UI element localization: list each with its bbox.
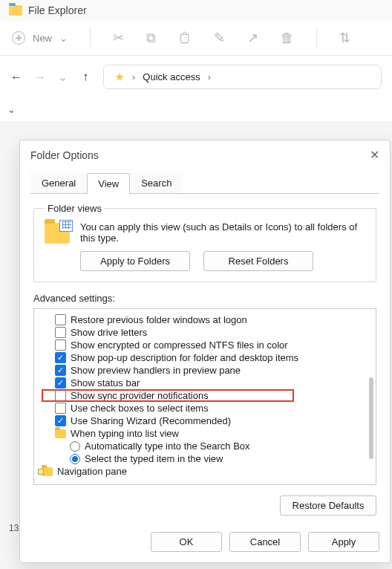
breadcrumb[interactable]: ★ › Quick access › — [103, 65, 382, 89]
setting-show-preview-handlers[interactable]: Show preview handlers in preview pane — [42, 364, 368, 377]
plus-icon — [12, 31, 25, 45]
breadcrumb-location: Quick access — [143, 71, 200, 82]
separator — [90, 28, 91, 48]
copy-icon[interactable]: ⧉ — [146, 30, 156, 46]
explorer-navbar: ← → ⌄ → ★ › Quick access › — [0, 56, 392, 98]
forward-icon[interactable]: → — [34, 71, 46, 84]
dialog-titlebar: Folder Options ✕ — [20, 140, 390, 165]
setting-typing-auto-search[interactable]: Automatically type into the Search Box — [42, 440, 368, 452]
cut-icon[interactable]: ✂ — [113, 30, 124, 46]
folder-views-icon — [45, 223, 70, 244]
setting-label: Navigation pane — [57, 466, 127, 477]
checkbox-icon[interactable] — [55, 314, 66, 325]
delete-icon[interactable]: 🗑︎ — [281, 30, 294, 46]
cancel-button[interactable]: Cancel — [229, 532, 301, 552]
folder-icon — [9, 5, 22, 16]
setting-group-typing[interactable]: When typing into list view — [42, 427, 368, 440]
folder-views-description: You can apply this view (such as Details… — [80, 221, 365, 244]
radio-icon[interactable] — [70, 441, 80, 452]
sort-icon[interactable]: ⇅ — [339, 30, 350, 46]
radio-icon[interactable] — [70, 454, 80, 464]
apply-to-folders-button[interactable]: Apply to Folders — [80, 251, 190, 271]
setting-restore-previous[interactable]: Restore previous folder windows at logon — [42, 313, 368, 326]
dialog-title: Folder Options — [30, 149, 99, 161]
setting-label: Select the typed item in the view — [85, 453, 223, 464]
explorer-subbar: ⌄ — [0, 98, 392, 121]
new-button[interactable]: New ⌄ — [12, 31, 68, 45]
setting-label: Restore previous folder windows at logon — [71, 314, 247, 325]
tab-search[interactable]: Search — [130, 172, 183, 193]
setting-label: Use Sharing Wizard (Recommended) — [71, 415, 231, 426]
setting-label: Show drive letters — [71, 327, 147, 338]
setting-show-status-bar[interactable]: Show status bar — [42, 377, 368, 389]
checkbox-icon[interactable] — [55, 415, 66, 426]
scrollbar[interactable] — [369, 377, 373, 459]
checkbox-icon[interactable] — [55, 339, 66, 351]
checkbox-icon[interactable] — [55, 352, 66, 363]
share-icon[interactable]: ↗ — [247, 30, 258, 46]
setting-show-drive-letters[interactable]: Show drive letters — [42, 326, 368, 339]
setting-use-check-boxes[interactable]: Use check boxes to select items — [42, 402, 368, 414]
star-icon: ★ — [114, 70, 125, 84]
setting-label: Use check boxes to select items — [71, 403, 209, 414]
dialog-footer: OK Cancel Apply — [20, 524, 390, 562]
explorer-toolbar: New ⌄ ✂ ⧉ 📋︎ ✎ ↗ 🗑︎ ⇅ — [0, 21, 392, 56]
setting-show-popup-description[interactable]: Show pop-up description for folder and d… — [42, 351, 368, 364]
dialog-tabs: General View Search — [30, 172, 379, 193]
rename-icon[interactable]: ✎ — [214, 30, 225, 46]
folder-views-legend: Folder views — [45, 203, 105, 214]
chevron-right-icon: › — [132, 71, 135, 82]
back-icon[interactable]: ← — [10, 71, 22, 84]
ok-button[interactable]: OK — [151, 532, 222, 552]
setting-label: Show pop-up description for folder and d… — [71, 352, 298, 363]
tab-view[interactable]: View — [87, 173, 130, 194]
checkbox-icon[interactable] — [55, 365, 66, 376]
checkbox-icon[interactable] — [55, 403, 66, 414]
setting-label: Show sync provider notifications — [71, 390, 209, 401]
setting-typing-select-item[interactable]: Select the typed item in the view — [42, 452, 368, 465]
advanced-settings-list[interactable]: Restore previous folder windows at logon… — [33, 308, 376, 485]
setting-use-sharing-wizard[interactable]: Use Sharing Wizard (Recommended) — [42, 414, 368, 427]
checkbox-icon[interactable] — [55, 377, 66, 388]
folder-views-group: Folder views You can apply this view (su… — [33, 203, 376, 282]
setting-show-encrypted-color[interactable]: Show encrypted or compressed NTFS files … — [42, 339, 368, 351]
advanced-settings-label: Advanced settings: — [33, 293, 376, 304]
setting-label: Show preview handlers in preview pane — [71, 365, 241, 376]
separator — [316, 28, 317, 48]
restore-defaults-button[interactable]: Restore Defaults — [280, 495, 376, 516]
up-icon[interactable]: → — [79, 71, 91, 84]
paste-icon[interactable]: 📋︎ — [178, 30, 192, 46]
folder-icon — [42, 467, 53, 476]
setting-group-navigation-pane[interactable]: Navigation pane — [42, 465, 368, 478]
close-icon[interactable]: ✕ — [370, 148, 379, 162]
folder-icon — [55, 429, 66, 438]
folder-options-dialog: Folder Options ✕ General View Search Fol… — [19, 140, 391, 563]
setting-label: Show status bar — [71, 377, 140, 388]
setting-label: When typing into list view — [71, 428, 179, 439]
chevron-down-icon: ⌄ — [59, 33, 68, 44]
app-title: File Explorer — [28, 4, 87, 16]
checkbox-icon[interactable] — [55, 327, 66, 338]
explorer-titlebar: File Explorer — [0, 0, 392, 21]
recent-chevron-icon[interactable]: ⌄ — [58, 70, 68, 84]
chevron-down-icon[interactable]: ⌄ — [7, 104, 16, 115]
dialog-body: Folder views You can apply this view (su… — [20, 194, 390, 524]
apply-button[interactable]: Apply — [308, 532, 379, 552]
item-count-partial: 13 — [9, 523, 19, 533]
reset-folders-button[interactable]: Reset Folders — [203, 251, 313, 271]
setting-show-sync-provider-notifications[interactable]: Show sync provider notifications — [42, 389, 294, 402]
checkbox-icon[interactable] — [55, 390, 66, 401]
setting-label: Automatically type into the Search Box — [85, 440, 250, 452]
new-label: New — [33, 33, 52, 44]
tab-general[interactable]: General — [30, 172, 87, 193]
setting-label: Show encrypted or compressed NTFS files … — [71, 339, 288, 351]
chevron-right-icon: › — [208, 71, 211, 82]
